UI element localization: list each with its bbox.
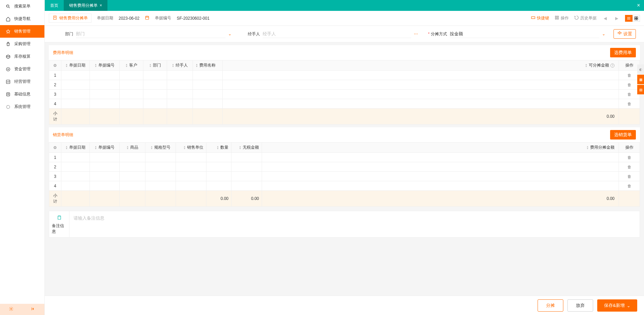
settings-button[interactable]: 设置 — [613, 29, 636, 39]
col-gear[interactable]: ⚙ — [49, 60, 61, 71]
home-icon — [5, 16, 11, 22]
table-row[interactable]: 1🗑 — [49, 153, 640, 162]
sidebar-item-label: 经营管理 — [14, 79, 31, 85]
col-product[interactable]: ▲▼商品 — [120, 143, 145, 153]
alloc-input[interactable] — [450, 30, 599, 38]
sidebar-search[interactable]: 搜索菜单 — [0, 0, 44, 13]
sidebar-item-quicknav[interactable]: 快捷导航 — [0, 13, 44, 25]
shortcut-link[interactable]: 快捷键 — [531, 15, 549, 21]
col-dept[interactable]: ▲▼部门 — [143, 60, 167, 71]
trash-icon[interactable]: 🗑 — [627, 155, 631, 160]
col-handler[interactable]: ▲▼经手人 — [167, 60, 193, 71]
sidebar-item-inventory[interactable]: 库存核算 — [0, 50, 44, 63]
trash-icon[interactable]: 🗑 — [627, 92, 631, 97]
close-icon[interactable]: × — [100, 3, 102, 8]
col-feealloc[interactable]: ▲▼费用分摊金额 — [262, 143, 619, 153]
nav-prev-icon[interactable]: ▶ — [613, 15, 620, 21]
sidebar-collapse-button[interactable] — [22, 304, 45, 315]
sort-icon: ▲▼ — [95, 146, 97, 150]
trash-icon[interactable]: 🗑 — [627, 184, 631, 188]
table-row[interactable]: 4🗑 — [49, 181, 640, 191]
settings-label: 设置 — [623, 31, 632, 37]
sidebar-item-sales[interactable]: 销售管理 — [0, 25, 44, 38]
col-spec[interactable]: ▲▼规格型号 — [145, 143, 176, 153]
col-gear[interactable]: ⚙ — [49, 143, 61, 153]
table-row[interactable]: 3🗑 — [49, 90, 640, 99]
table-row[interactable]: 2🗑 — [49, 80, 640, 90]
subtotal-label: 小计 — [49, 109, 61, 125]
help-icon[interactable]: ? — [610, 63, 615, 68]
save-add-button[interactable]: 保存&新增 ⌄ — [597, 299, 637, 312]
tab-home[interactable]: 首页 — [45, 0, 64, 11]
trash-icon[interactable]: 🗑 — [627, 82, 631, 87]
col-docno[interactable]: ▲▼单据编号 — [90, 60, 120, 71]
col-customer[interactable]: ▲▼客户 — [120, 60, 143, 71]
sort-icon: ▲▼ — [65, 146, 68, 150]
table-row[interactable]: 4🗑 — [49, 99, 640, 109]
col-docno[interactable]: ▲▼单据编号 — [90, 143, 120, 153]
search-icon — [5, 4, 11, 9]
date-value[interactable]: 2023-06-02 — [119, 16, 139, 21]
sidebar-item-label: 快捷导航 — [14, 16, 31, 22]
operate-link[interactable]: 操作 — [555, 15, 569, 21]
svg-point-9 — [11, 308, 12, 310]
subtotal-label: 小计 — [49, 191, 61, 207]
select-sales-button[interactable]: 选销货单 — [610, 130, 636, 140]
sidebar-item-basedata[interactable]: 基础信息 — [0, 88, 44, 100]
sales-title: 销货单明细 — [53, 132, 73, 138]
list-icon — [5, 92, 11, 97]
chevron-down-icon[interactable]: ⌄ — [228, 32, 232, 36]
sidebar-item-funds[interactable]: 资金管理 — [0, 63, 44, 75]
trash-icon[interactable]: 🗑 — [627, 165, 631, 169]
sort-icon: ▲▼ — [65, 63, 68, 68]
remarks-input[interactable] — [69, 211, 640, 237]
right-tab-3[interactable]: ▤ — [637, 85, 644, 94]
svg-rect-22 — [557, 18, 559, 19]
sort-icon: ▲▼ — [126, 146, 129, 150]
chevron-down-icon[interactable]: ⌄ — [602, 32, 605, 36]
note-icon — [57, 214, 62, 222]
col-date[interactable]: ▲▼单据日期 — [61, 60, 90, 71]
expense-section-header: 费用单明细 选费用单 — [49, 45, 640, 60]
nav-first-icon[interactable]: ◀ — [602, 15, 608, 21]
right-tab-2[interactable]: ▦ — [637, 75, 644, 84]
col-unit[interactable]: ▲▼销售单位 — [176, 143, 206, 153]
sales-section: 销货单明细 选销货单 ⚙ ▲▼单据日期 ▲▼单据编号 ▲▼商品 ▲▼规格型号 ▲… — [49, 127, 640, 207]
discard-button[interactable]: 放弃 — [567, 299, 593, 312]
history-link[interactable]: 历史单据 — [574, 15, 597, 21]
col-allocable[interactable]: ▲▼可分摊金额? — [223, 60, 619, 71]
col-date[interactable]: ▲▼单据日期 — [61, 143, 90, 153]
box-icon — [5, 54, 11, 59]
select-expense-button[interactable]: 选费用单 — [610, 48, 636, 57]
gear-icon — [617, 31, 622, 37]
tabbar-close-all[interactable]: × — [633, 2, 644, 8]
svg-rect-21 — [555, 18, 557, 19]
trash-icon[interactable]: 🗑 — [627, 174, 631, 179]
calendar-icon[interactable] — [145, 15, 149, 21]
table-row[interactable]: 1🗑 — [49, 71, 640, 80]
view-list-button[interactable] — [625, 15, 632, 22]
col-feename[interactable]: ▲▼费用名称 — [193, 60, 223, 71]
col-qty[interactable]: ▲▼数量 — [206, 143, 232, 153]
right-tab-1[interactable]: ◐ — [637, 64, 644, 74]
svg-rect-10 — [32, 308, 32, 310]
sidebar-item-system[interactable]: 系统管理 — [0, 100, 44, 113]
sort-icon: ▲▼ — [149, 63, 152, 68]
table-row[interactable]: 2🗑 — [49, 162, 640, 172]
table-row[interactable]: 3🗑 — [49, 172, 640, 181]
trash-icon[interactable]: 🗑 — [627, 101, 631, 106]
tab-sales-expense-allocation[interactable]: 销售费用分摊单 × — [64, 0, 107, 11]
more-icon[interactable]: ⋯ — [414, 32, 419, 36]
sidebar-item-purchase[interactable]: 采购管理 — [0, 38, 44, 50]
allocate-button[interactable]: 分摊 — [538, 299, 563, 312]
dept-input[interactable] — [76, 30, 225, 38]
view-grid-button[interactable] — [632, 15, 640, 22]
trash-icon[interactable]: 🗑 — [627, 73, 631, 78]
handler-input[interactable] — [263, 30, 411, 38]
handler-label: 经手人 — [240, 31, 260, 37]
sales-section-header: 销货单明细 选销货单 — [49, 127, 640, 142]
sort-icon: ▲▼ — [183, 146, 186, 150]
col-notax[interactable]: ▲▼无税金额 — [232, 143, 262, 153]
sidebar-settings-button[interactable] — [0, 304, 22, 315]
sidebar-item-operations[interactable]: 经营管理 — [0, 75, 44, 88]
